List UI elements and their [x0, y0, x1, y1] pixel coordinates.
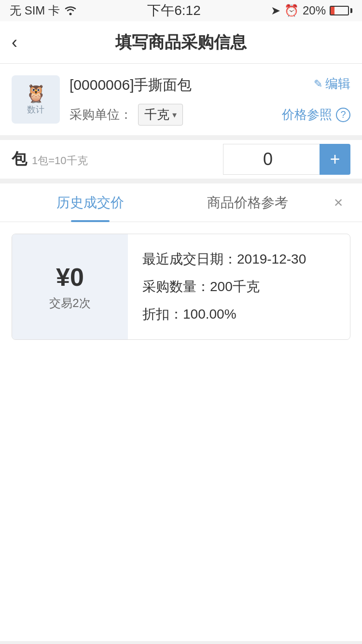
recent-date-value: 2019-12-30 — [237, 252, 306, 266]
product-image-icon: 🦉 — [25, 84, 47, 104]
battery-percent: 20% — [303, 4, 326, 17]
product-thumb-label: 数计 — [27, 104, 44, 115]
price-amount: ¥0 — [56, 263, 84, 292]
wifi-icon — [64, 6, 77, 15]
product-unit-row: 采购单位： 千克 ▾ 价格参照 ? — [70, 104, 350, 126]
quantity-input-group: + — [223, 144, 350, 175]
no-sim-text: 无 SIM 卡 — [10, 3, 60, 18]
tab-bar: 历史成交价 商品价格参考 × — [0, 183, 362, 222]
back-button[interactable]: ‹ — [12, 32, 17, 53]
price-card: ¥0 交易2次 最近成交日期：2019-12-30 采购数量：200千克 折扣：… — [12, 234, 350, 340]
recent-date-label: 最近成交日期： — [142, 252, 237, 266]
purchase-qty-row: 采购数量：200千克 — [142, 277, 335, 296]
nav-bar: ‹ 填写商品采购信息 — [0, 21, 362, 64]
price-reference-button[interactable]: 价格参照 ? — [282, 106, 350, 123]
quantity-row: 包 1包=10千克 + — [0, 140, 362, 179]
price-panel: 历史成交价 商品价格参考 × ¥0 交易2次 最近成交日期：2019-12-30… — [0, 183, 362, 351]
edit-label: 编辑 — [325, 75, 350, 92]
status-right: ➤ ⏰ 20% — [271, 4, 352, 17]
discount-row: 折扣：100.00% — [142, 305, 335, 323]
quantity-plus-button[interactable]: + — [320, 144, 350, 175]
tab-product-price-ref[interactable]: 商品价格参考 — [169, 183, 326, 222]
status-bar: 无 SIM 卡 下午6:12 ➤ ⏰ 20% — [0, 0, 362, 21]
unit-value: 千克 — [144, 106, 169, 123]
discount-value: 100.00% — [183, 307, 237, 322]
alarm-icon: ⏰ — [284, 4, 299, 17]
status-left: 无 SIM 卡 — [10, 3, 77, 18]
qty-unit-big: 包 — [12, 149, 27, 170]
purchase-qty-value: 200千克 — [210, 279, 260, 294]
svg-point-0 — [70, 13, 72, 15]
price-transactions: 交易2次 — [49, 295, 90, 311]
purchase-qty-label: 采购数量： — [142, 279, 210, 294]
product-header: [0000006]手撕面包 ✎ 编辑 — [70, 75, 350, 95]
tab-historical-label: 历史成交价 — [56, 194, 124, 212]
product-name: [0000006]手撕面包 — [70, 75, 192, 95]
discount-label: 折扣： — [142, 307, 183, 322]
unit-select-dropdown[interactable]: 千克 ▾ — [138, 104, 183, 126]
tab-price-ref-label: 商品价格参考 — [207, 194, 288, 212]
unit-label: 采购单位： — [70, 106, 132, 123]
content-area — [0, 351, 362, 641]
unit-left: 采购单位： 千克 ▾ — [70, 104, 183, 126]
qty-unit-desc: 1包=10千克 — [32, 154, 88, 168]
product-thumbnail: 🦉 数计 — [12, 75, 60, 124]
location-icon: ➤ — [271, 4, 280, 17]
price-details-right: 最近成交日期：2019-12-30 采购数量：200千克 折扣：100.00% — [128, 234, 350, 339]
edit-button[interactable]: ✎ 编辑 — [314, 75, 350, 92]
price-ref-label: 价格参照 — [282, 106, 332, 123]
tab-historical-price[interactable]: 历史成交价 — [12, 183, 169, 222]
question-icon: ? — [336, 108, 350, 122]
recent-date-row: 最近成交日期：2019-12-30 — [142, 250, 335, 268]
product-card: 🦉 数计 [0000006]手撕面包 ✎ 编辑 采购单位： 千克 ▾ 价格参照 … — [0, 64, 362, 135]
tab-indicator — [71, 220, 110, 222]
price-summary-left: ¥0 交易2次 — [12, 234, 128, 339]
product-info: [0000006]手撕面包 ✎ 编辑 采购单位： 千克 ▾ 价格参照 ? — [70, 75, 350, 126]
battery-icon — [330, 6, 352, 15]
panel-close-button[interactable]: × — [326, 191, 350, 215]
quantity-input[interactable] — [223, 144, 320, 175]
page-title: 填写商品采购信息 — [115, 31, 247, 54]
price-card-area: ¥0 交易2次 最近成交日期：2019-12-30 采购数量：200千克 折扣：… — [0, 222, 362, 351]
edit-icon: ✎ — [314, 78, 322, 90]
chevron-down-icon: ▾ — [172, 110, 177, 120]
status-time: 下午6:12 — [147, 1, 201, 20]
quantity-unit-label: 包 1包=10千克 — [12, 149, 223, 170]
